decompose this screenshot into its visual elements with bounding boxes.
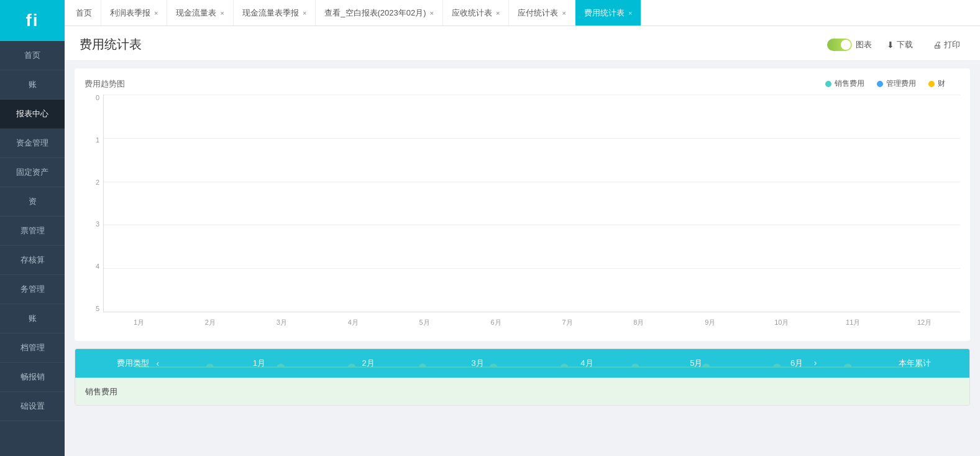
th-jun: 6月 › [751, 358, 860, 369]
tab-cashflow[interactable]: 现金流量表 × [167, 0, 233, 26]
tab-receivable[interactable]: 应收统计表 × [443, 0, 509, 26]
content-area: 费用统计表 图表 ⬇ 下载 🖨 打印 费用趋势图 [65, 26, 980, 456]
x-axis: 1月 2月 3月 4月 5月 6月 7月 8月 9月 10月 11月 12月 [103, 314, 960, 331]
x-label-oct: 10月 [746, 318, 817, 327]
sidebar-item-resource[interactable]: 资 [0, 187, 65, 216]
sidebar-item-home[interactable]: 首页 [0, 41, 65, 70]
sidebar-item-reports[interactable]: 报表中心 [0, 100, 65, 129]
sidebar-item-ledger[interactable]: 账 [0, 304, 65, 333]
sidebar-item-expense[interactable]: 畅报销 [0, 363, 65, 392]
x-label-may: 5月 [389, 318, 460, 327]
legend-sales: 销售费用 [825, 78, 864, 89]
chart-legend: 销售费用 管理费用 财 [825, 78, 945, 89]
x-label-dec: 12月 [889, 318, 960, 327]
sidebar-item-funds[interactable]: 资金管理 [0, 129, 65, 158]
x-label-jan: 1月 [103, 318, 175, 327]
close-icon[interactable]: × [628, 9, 632, 17]
y-label-4: 4 [96, 263, 99, 270]
close-icon[interactable]: × [562, 9, 566, 17]
tab-blank-report[interactable]: 查看_空白报表(2023年02月) × [316, 0, 443, 26]
th-feb: 2月 [314, 358, 423, 369]
sidebar-item-invoice[interactable]: 票管理 [0, 216, 65, 246]
tab-home[interactable]: 首页 [67, 0, 101, 26]
chart-toggle[interactable] [827, 39, 852, 51]
close-icon[interactable]: × [220, 9, 224, 17]
x-label-apr: 4月 [318, 318, 389, 327]
x-label-jul: 7月 [532, 318, 603, 327]
y-label-5: 5 [96, 305, 99, 312]
chart-section: 费用趋势图 销售费用 管理费用 财 [75, 68, 970, 341]
sidebar-item-account[interactable]: 账 [0, 70, 65, 100]
sidebar-item-settings[interactable]: 础设置 [0, 392, 65, 421]
logo-text: fi [25, 11, 39, 30]
sidebar-item-archives[interactable]: 档管理 [0, 333, 65, 363]
prev-arrow[interactable]: ‹ [153, 357, 163, 370]
th-mar: 3月 [423, 358, 533, 369]
close-icon[interactable]: × [303, 9, 306, 17]
legend-dot-sales [825, 81, 831, 87]
sidebar: fi 首页 账 报表中心 资金管理 固定资产 资 票管理 存核算 务管理 账 档… [0, 0, 65, 456]
sidebar-item-assets[interactable]: 固定资产 [0, 158, 65, 187]
y-label-0: 0 [96, 95, 99, 101]
th-ytd: 本年累计 [860, 358, 969, 369]
th-jan: 1月 [204, 358, 314, 369]
x-label-feb: 2月 [175, 318, 246, 327]
legend-dot-admin [877, 81, 883, 87]
tab-expense-stats[interactable]: 费用统计表 × [575, 0, 641, 26]
download-button[interactable]: ⬇ 下载 [882, 37, 918, 53]
th-apr: 4月 [532, 358, 641, 369]
next-arrow[interactable]: › [810, 356, 821, 369]
legend-dot-finance [928, 81, 935, 87]
table-row-sales: 销售费用 [75, 378, 969, 405]
main-area: 首页 利润表季报 × 现金流量表 × 现金流量表季报 × 查看_空白报表(202… [65, 0, 980, 456]
tab-cashflow-quarterly[interactable]: 现金流量表季报 × [234, 0, 316, 26]
x-label-aug: 8月 [603, 318, 674, 327]
toggle-label: 图表 [856, 39, 872, 50]
tab-bar: 首页 利润表季报 × 现金流量表 × 现金流量表季报 × 查看_空白报表(202… [65, 0, 980, 26]
y-label-2: 2 [96, 179, 99, 186]
y-axis: 5 4 3 2 1 0 [85, 95, 103, 312]
close-icon[interactable]: × [430, 9, 434, 17]
x-label-jun: 6月 [460, 318, 532, 327]
page-header: 费用统计表 图表 ⬇ 下载 🖨 打印 [65, 26, 980, 61]
page-title: 费用统计表 [80, 36, 142, 53]
sidebar-item-service[interactable]: 务管理 [0, 275, 65, 304]
chart-inner: 5 4 3 2 1 0 [85, 95, 960, 331]
print-icon: 🖨 [933, 40, 941, 50]
sidebar-logo: fi [0, 0, 65, 41]
y-label-1: 1 [96, 137, 99, 144]
download-icon: ⬇ [887, 40, 894, 50]
chart-toggle-wrap[interactable]: 图表 [827, 39, 872, 51]
sidebar-item-inventory[interactable]: 存核算 [0, 246, 65, 275]
th-type: 费用类型 ‹ [75, 357, 204, 370]
x-label-mar: 3月 [246, 318, 318, 327]
chart-container: 5 4 3 2 1 0 [85, 95, 960, 331]
th-may: 5月 [641, 358, 751, 369]
close-icon[interactable]: × [496, 9, 500, 17]
close-icon[interactable]: × [154, 9, 158, 17]
y-label-3: 3 [96, 221, 99, 228]
legend-admin: 管理费用 [877, 78, 916, 89]
legend-finance: 财 [928, 78, 945, 89]
x-label-nov: 11月 [817, 318, 889, 327]
x-label-sep: 9月 [674, 318, 746, 327]
tab-profit-quarterly[interactable]: 利润表季报 × [101, 0, 167, 26]
header-actions: 图表 ⬇ 下载 🖨 打印 [827, 37, 965, 53]
td-type-sales: 销售费用 [75, 386, 209, 398]
tab-payable[interactable]: 应付统计表 × [509, 0, 575, 26]
print-button[interactable]: 🖨 打印 [928, 37, 965, 53]
